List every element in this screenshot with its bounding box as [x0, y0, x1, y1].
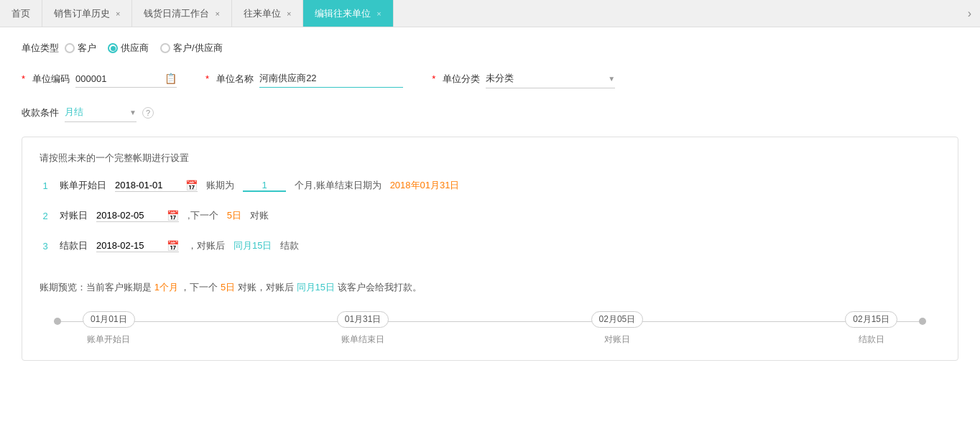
timeline-point-2-label: 01月31日 [337, 311, 389, 328]
step2-desc-prefix: ,下一个 [188, 209, 218, 222]
step2-calendar-icon[interactable]: 📅 [167, 210, 179, 221]
preview-text: 账期预览：当前客户账期是 1个月 ，下一个 5日 对账，对账后 同月15日 该客… [40, 281, 940, 294]
tab-more-button[interactable]: › [959, 7, 980, 20]
step3-desc-suffix: 结款 [280, 239, 299, 252]
timeline-end-dot [919, 318, 926, 325]
timeline-point-4-desc: 结款日 [859, 334, 884, 346]
radio-both-circle [160, 43, 170, 53]
step2-label: 对账日 [60, 209, 88, 222]
unit-name-label: 单位名称 [216, 73, 254, 86]
unit-category-value: 未分类 [486, 72, 604, 85]
timeline-point-2: 01月31日 账单结束日 [337, 311, 389, 346]
step3-date-group: 📅 [96, 240, 179, 252]
unit-category-dropdown-icon: ▼ [608, 75, 615, 83]
unit-code-label: 单位编码 [32, 73, 70, 86]
preview-highlight2: 5日 [221, 282, 235, 293]
payment-terms-row: 收款条件 月结 ▼ ? [22, 103, 958, 122]
preview-mid2: 对账，对账后 [238, 282, 294, 293]
timeline-point-3-desc: 对账日 [604, 334, 630, 346]
tab-home-label: 首页 [11, 7, 30, 20]
step1-row: 1 账单开始日 📅 账期为 个月,账单结束日期为 2018年01月31日 [40, 179, 940, 192]
timeline-start-dot [54, 318, 61, 325]
radio-both-label: 客户/供应商 [173, 42, 223, 55]
unit-type-group: 单位类型 客户 供应商 客户/供应商 [22, 42, 223, 55]
step1-calendar-icon[interactable]: 📅 [185, 180, 198, 191]
step2-desc-suffix: 对账 [250, 209, 269, 222]
step1-end-highlight: 2018年01月31日 [390, 179, 460, 192]
tab-sales-history-close[interactable]: × [116, 9, 120, 18]
unit-name-group: * 单位名称 [205, 70, 403, 88]
unit-info-row: * 单位编码 📋 * 单位名称 * 单位分类 未分类 ▼ [22, 69, 958, 88]
tab-cash-work-close[interactable]: × [215, 9, 219, 18]
step3-calendar-icon[interactable]: 📅 [167, 240, 179, 252]
main-content: 单位类型 客户 供应商 客户/供应商 * 单位编码 [0, 27, 980, 437]
timeline-point-2-desc: 账单结束日 [341, 334, 384, 346]
timeline-point-3: 02月05日 对账日 [591, 311, 644, 346]
step2-date-input[interactable] [96, 210, 161, 221]
preview-prefix: 账期预览：当前客户账期是 [40, 282, 152, 293]
payment-terms-dropdown-icon: ▼ [129, 109, 137, 116]
tab-sales-history-label: 销售订单历史 [54, 7, 110, 20]
step1-label: 账单开始日 [60, 179, 106, 192]
timeline-points: 01月01日 账单开始日 01月31日 账单结束日 02月05日 对账日 [54, 311, 926, 346]
preview-highlight3: 同月15日 [297, 282, 335, 293]
tab-edit-partner-close[interactable]: × [376, 9, 381, 18]
unit-code-group: * 单位编码 📋 [22, 70, 177, 88]
radio-supplier[interactable]: 供应商 [108, 42, 149, 55]
unit-category-group: * 单位分类 未分类 ▼ [432, 69, 615, 88]
step3-date-input[interactable] [96, 240, 161, 251]
tab-home[interactable]: 首页 [0, 0, 42, 27]
timeline-point-4: 02月15日 结款日 [845, 311, 897, 346]
tab-edit-partner[interactable]: 编辑往来单位 × [303, 0, 393, 27]
step3-row: 3 结款日 📅 ，对账后 同月15日 结款 [40, 239, 940, 252]
step1-mid-text: 账期为 [206, 179, 234, 192]
unit-name-input[interactable] [259, 70, 403, 88]
unit-category-label: 单位分类 [443, 73, 480, 86]
tab-partners[interactable]: 往来单位 × [232, 0, 303, 27]
step3-label: 结款日 [60, 239, 88, 252]
tab-cash-work-label: 钱货日清工作台 [144, 7, 209, 20]
step1-period-input[interactable] [243, 180, 286, 192]
step2-num: 2 [40, 211, 51, 221]
radio-customer[interactable]: 客户 [65, 42, 96, 55]
radio-both[interactable]: 客户/供应商 [160, 42, 223, 55]
timeline-point-1-label: 01月01日 [83, 311, 135, 328]
step3-desc-highlight: 同月15日 [234, 239, 272, 252]
step1-end-text: 个月,账单结束日期为 [295, 179, 382, 192]
unit-category-star: * [432, 73, 435, 84]
settings-box: 请按照未来的一个完整帐期进行设置 1 账单开始日 📅 账期为 个月,账单结束日期… [22, 137, 958, 361]
timeline-wrapper: 01月01日 账单开始日 01月31日 账单结束日 02月05日 对账日 [40, 311, 940, 346]
unit-code-icon[interactable]: 📋 [165, 73, 177, 84]
tab-bar: 首页 销售订单历史 × 钱货日清工作台 × 往来单位 × 编辑往来单位 × › [0, 0, 980, 27]
timeline-end-cap [919, 318, 926, 325]
unit-category-select[interactable]: 未分类 ▼ [486, 69, 615, 88]
unit-name-star: * [205, 73, 209, 84]
payment-terms-label: 收款条件 [22, 106, 59, 119]
payment-terms-help-icon[interactable]: ? [142, 107, 154, 119]
step2-date-group: 📅 [96, 210, 179, 222]
preview-suffix: 该客户会给我打款。 [338, 282, 422, 293]
tab-partners-label: 往来单位 [244, 7, 281, 20]
tab-sales-history[interactable]: 销售订单历史 × [42, 0, 132, 27]
radio-group: 客户 供应商 客户/供应商 [65, 42, 223, 55]
timeline-point-1: 01月01日 账单开始日 [83, 311, 135, 346]
tab-edit-partner-label: 编辑往来单位 [315, 7, 371, 20]
tab-partners-close[interactable]: × [287, 9, 291, 18]
timeline-point-1-desc: 账单开始日 [87, 334, 130, 346]
payment-terms-select[interactable]: 月结 ▼ [65, 103, 137, 122]
unit-code-star: * [22, 73, 25, 84]
timeline-point-4-label: 02月15日 [845, 311, 897, 328]
step3-desc-prefix: ，对账后 [188, 239, 225, 252]
step1-date-input[interactable] [115, 180, 180, 190]
unit-type-row: 单位类型 客户 供应商 客户/供应商 [22, 42, 958, 55]
preview-highlight1: 1个月 [154, 282, 178, 293]
tab-cash-work[interactable]: 钱货日清工作台 × [132, 0, 231, 27]
unit-code-input[interactable] [75, 70, 162, 87]
step1-num: 1 [40, 180, 51, 191]
preview-mid1: ，下一个 [180, 282, 218, 293]
radio-supplier-circle [108, 43, 118, 53]
radio-customer-label: 客户 [78, 42, 96, 55]
timeline-point-3-label: 02月05日 [591, 311, 644, 328]
unit-code-input-wrapper: 📋 [75, 70, 177, 88]
radio-supplier-label: 供应商 [121, 42, 149, 55]
